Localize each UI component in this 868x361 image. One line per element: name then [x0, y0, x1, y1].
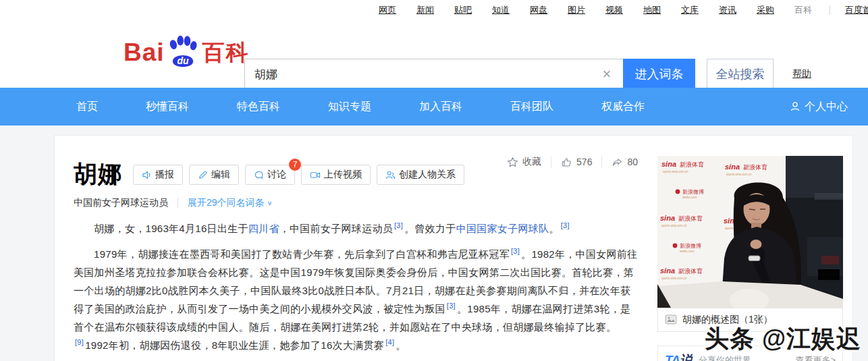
topbar-link[interactable]: 网盘 — [530, 4, 547, 16]
topbar-divider — [830, 5, 830, 15]
header: Bai du 百科 × 进入词条 全站搜索 帮助 — [0, 20, 868, 88]
topbar-link[interactable]: 图片 — [568, 4, 585, 16]
topbar-current-baike: 百科 — [794, 4, 812, 16]
reference-link[interactable]: [3] — [510, 247, 521, 255]
create-relation-label: 创建人物关系 — [399, 169, 456, 181]
topbar-link[interactable]: 地图 — [643, 4, 661, 16]
overview-caption-label: 胡娜的概述图（1张） — [682, 314, 773, 326]
svg-text:weibo.com: weibo.com — [680, 250, 695, 253]
nav-items: 首页秒懂百科特色百科知识专题加入百科百科团队权威合作 — [76, 100, 645, 114]
expand-synonyms-link[interactable]: 展开29个同名词条 ∨ — [188, 197, 273, 209]
nav-item[interactable]: 百科团队 — [510, 100, 553, 114]
user-center[interactable]: 个人中心 — [790, 100, 848, 114]
picture-icon — [665, 314, 677, 325]
entry-title: 胡娜 — [74, 160, 122, 188]
clear-search-icon[interactable]: × — [599, 66, 615, 82]
speaker-icon — [142, 170, 152, 180]
top-services-bar: 网页新闻贴吧知道网盘图片视频地图文库资讯采购 百科 百度首页 — [0, 0, 868, 20]
person-icon — [790, 101, 801, 112]
topbar-link[interactable]: 资讯 — [719, 4, 736, 16]
search-row: × 进入词条 全站搜索 帮助 — [244, 59, 811, 90]
svg-text:sina: sina — [660, 267, 675, 275]
tashuo-logo: TA说 — [665, 352, 692, 361]
paragraph: 胡娜，女，1963年4月16日出生于四川省，中国前女子网球运动员[3]。曾效力于… — [74, 219, 641, 238]
edit-button[interactable]: 编辑 — [189, 165, 239, 185]
inline-link[interactable]: 中国国家女子网球队 — [456, 223, 549, 234]
topbar-link[interactable]: 采购 — [757, 4, 774, 16]
topbar-links: 网页新闻贴吧知道网盘图片视频地图文库资讯采购 — [379, 4, 774, 16]
subtitle-divider — [178, 198, 178, 208]
topbar-link[interactable]: 贴吧 — [454, 4, 472, 16]
topbar-link[interactable]: 新闻 — [416, 4, 434, 16]
entry-subtitle: 中国前女子网球运动员 — [74, 197, 168, 209]
search-box: × — [244, 59, 623, 90]
entry-card: 收藏 576 80 胡娜 播报 — [54, 135, 853, 361]
nav-item[interactable]: 加入百科 — [419, 100, 462, 114]
enter-entry-button[interactable]: 进入词条 — [623, 59, 695, 90]
svg-text:sports.sina.com.cn: sports.sina.com.cn — [726, 173, 752, 176]
discuss-badge: 7 — [289, 159, 301, 171]
reference-link[interactable]: [4] — [384, 338, 396, 346]
svg-text:sina: sina — [660, 214, 675, 222]
site-search-button[interactable]: 全站搜索 — [707, 59, 774, 90]
paragraph: 1979年，胡娜接连在墨西哥和美国打了数站青少年赛，先后拿到了白宫杯和弗吉尼亚杯… — [74, 245, 641, 354]
entry-actions: 播报 编辑 讨论 7 — [133, 165, 464, 185]
reference-link[interactable]: [3] — [445, 302, 457, 310]
broadcast-button[interactable]: 播报 — [133, 165, 183, 185]
sidebar: sina新浪体育sports.sina.com.cn sina新浪体育sport… — [657, 156, 843, 361]
section-nav: 首页秒懂百科特色百科知识专题加入百科百科团队权威合作 个人中心 — [0, 88, 868, 126]
edit-label: 编辑 — [211, 169, 230, 181]
nav-item[interactable]: 权威合作 — [601, 100, 645, 114]
video-camera-icon — [310, 170, 321, 180]
logo-bai-text: Bai — [124, 38, 165, 67]
reference-link[interactable]: [3] — [393, 221, 404, 229]
svg-text:新浪微博: 新浪微博 — [680, 243, 701, 249]
overview-photo[interactable]: sina新浪体育sports.sina.com.cn sina新浪体育sport… — [657, 156, 843, 308]
topbar-link[interactable]: 知道 — [492, 4, 510, 16]
upload-video-label: 上传视频 — [324, 169, 362, 181]
svg-text:新浪体育: 新浪体育 — [743, 164, 767, 171]
topbar-link[interactable]: 文库 — [681, 4, 699, 16]
subtitle-row: 中国前女子网球运动员 展开29个同名词条 ∨ — [74, 197, 641, 209]
discuss-button[interactable]: 讨论 7 — [245, 165, 295, 185]
nav-item[interactable]: 首页 — [76, 100, 98, 114]
tashuo-tagline: 分享你的世界 — [699, 354, 751, 361]
nav-item[interactable]: 特色百科 — [237, 100, 280, 114]
svg-text:新浪体育: 新浪体育 — [678, 268, 703, 275]
topbar-link[interactable]: 网页 — [379, 4, 396, 16]
overview-caption[interactable]: 胡娜的概述图（1张） — [657, 308, 843, 332]
search-input[interactable] — [244, 59, 623, 90]
broadcast-label: 播报 — [155, 169, 174, 181]
logo-baike-text: 百科 — [202, 38, 250, 68]
main-column: 胡娜 播报 编辑 — [74, 160, 641, 361]
baidu-paw-icon: du — [165, 35, 200, 70]
nav-item[interactable]: 知识专题 — [328, 100, 371, 114]
inline-link[interactable]: 四川省 — [248, 223, 279, 234]
svg-text:sports.sina.com.cn: sports.sina.com.cn — [661, 224, 687, 227]
topbar-home-link[interactable]: 百度首页 — [845, 4, 868, 16]
upload-video-button[interactable]: 上传视频 — [301, 165, 371, 185]
reference-link[interactable]: [3] — [560, 221, 571, 229]
user-center-label: 个人中心 — [805, 100, 848, 114]
reference-link[interactable]: [9] — [74, 338, 85, 346]
help-link[interactable]: 帮助 — [792, 68, 811, 80]
baike-logo[interactable]: Bai du 百科 — [124, 35, 250, 70]
create-relation-button[interactable]: 创建人物关系 — [377, 165, 464, 185]
svg-text:新浪体育: 新浪体育 — [678, 215, 703, 222]
svg-text:weibo.com: weibo.com — [682, 196, 697, 199]
nav-item[interactable]: 秒懂百科 — [146, 100, 189, 114]
svg-text:新浪微博: 新浪微博 — [682, 189, 704, 195]
chevron-down-icon: ∨ — [267, 200, 273, 206]
entry-body: 胡娜，女，1963年4月16日出生于四川省，中国前女子网球运动员[3]。曾效力于… — [74, 219, 641, 354]
svg-text:sports.sina.com.cn: sports.sina.com.cn — [663, 170, 688, 173]
tashuo-module: TA说 分享你的世界 查看更多> — [657, 345, 843, 361]
svg-text:sports.sina.com.cn: sports.sina.com.cn — [661, 277, 687, 280]
svg-text:新浪体育: 新浪体育 — [680, 161, 704, 168]
topbar-link[interactable]: 视频 — [605, 4, 623, 16]
svg-text:sina: sina — [725, 163, 740, 171]
expand-synonyms-label: 展开29个同名词条 — [188, 197, 265, 209]
pencil-icon — [198, 170, 208, 180]
logo-du-text: du — [177, 55, 189, 66]
people-relation-icon — [385, 170, 396, 180]
tashuo-more-link[interactable]: 查看更多> — [795, 354, 836, 361]
